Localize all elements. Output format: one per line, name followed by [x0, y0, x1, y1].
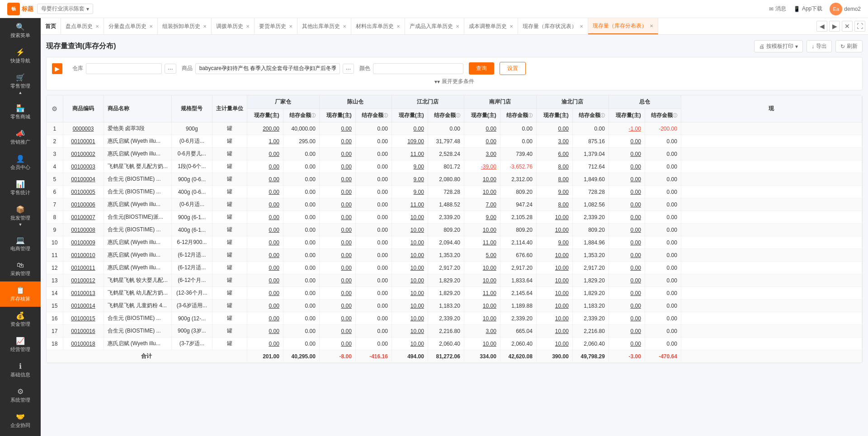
- cell-code[interactable]: 00100010: [63, 249, 104, 262]
- sidebar-item-inventory[interactable]: 📋 库存核算: [0, 281, 41, 307]
- cell-total-stock[interactable]: 0.00: [609, 312, 645, 325]
- cell-jb-stock[interactable]: 9.00: [392, 186, 428, 198]
- cell-na-stock[interactable]: 3.00: [464, 325, 500, 338]
- tab-transfer[interactable]: 调拨单历史 ✕: [212, 18, 255, 34]
- sidebar-item-finance[interactable]: 💰 资金管理: [0, 307, 41, 332]
- sidebar-item-quick[interactable]: ⚡ 快捷导航: [0, 43, 41, 69]
- cell-code[interactable]: 00100018: [63, 338, 104, 350]
- cell-total-stock[interactable]: 0.00: [609, 274, 645, 287]
- cell-jb-stock[interactable]: 10.00: [392, 211, 428, 224]
- cell-jb-stock[interactable]: 10.00: [392, 236, 428, 249]
- cell-code[interactable]: 00100003: [63, 160, 104, 173]
- expand-more-btn[interactable]: ▾▾ 展开更多条件: [434, 78, 474, 85]
- cell-na-stock[interactable]: 11.00: [464, 236, 500, 249]
- sidebar-item-ecommerce[interactable]: 💻 电商管理: [0, 231, 41, 257]
- cell-total-stock[interactable]: 0.00: [609, 186, 645, 198]
- export-btn[interactable]: ↓ 导出: [807, 40, 832, 52]
- cell-yb-stock[interactable]: 0.00: [536, 122, 572, 135]
- tab-inventory1[interactable]: 盘点单历史 ✕: [61, 18, 104, 34]
- cell-cs-stock[interactable]: 0.00: [319, 122, 355, 135]
- cell-na-stock[interactable]: 10.00: [464, 173, 500, 186]
- cell-na-stock[interactable]: 0.00: [464, 122, 500, 135]
- sidebar-item-stats[interactable]: 📊 零售统计: [0, 175, 41, 201]
- query-btn[interactable]: 查询: [469, 62, 494, 75]
- cell-cs-stock[interactable]: 0.00: [319, 135, 355, 148]
- cell-na-stock[interactable]: 0.00: [464, 135, 500, 148]
- cell-yb-stock[interactable]: 8.00: [536, 160, 572, 173]
- tab-stock-status[interactable]: 现存量（库存状况表）✕: [518, 18, 588, 34]
- cell-factory-stock[interactable]: 0.00: [247, 160, 283, 173]
- cell-cs-stock[interactable]: 0.00: [319, 312, 355, 325]
- cell-code[interactable]: 00100016: [63, 325, 104, 338]
- sidebar-item-system[interactable]: ⚙ 系统管理: [0, 383, 41, 408]
- cell-code[interactable]: 00100015: [63, 312, 104, 325]
- cell-yb-stock[interactable]: 9.00: [536, 186, 572, 198]
- cell-code[interactable]: 00100002: [63, 148, 104, 160]
- cell-cs-stock[interactable]: 0.00: [319, 262, 355, 274]
- cell-code[interactable]: 00100004: [63, 173, 104, 186]
- sidebar-item-wholesale[interactable]: 📦 批发管理 ▼: [0, 201, 41, 231]
- warehouse-input[interactable]: [86, 63, 162, 74]
- tab-cost[interactable]: 成本调整单历史 ✕: [464, 18, 518, 34]
- cell-total-stock[interactable]: 0.00: [609, 160, 645, 173]
- sidebar-item-retail[interactable]: 🛒 零售管理 ▲: [0, 69, 41, 99]
- sidebar-item-search[interactable]: 🔍 搜索英单: [0, 18, 41, 43]
- cell-na-stock[interactable]: 3.00: [464, 148, 500, 160]
- cell-na-stock[interactable]: 10.00: [464, 300, 500, 312]
- cell-yb-stock[interactable]: 10.00: [536, 249, 572, 262]
- cell-jb-stock[interactable]: 11.00: [392, 198, 428, 211]
- industry-selector[interactable]: 母婴行业演示陈套 ▾: [37, 4, 93, 14]
- user-area[interactable]: Ea demo2: [830, 3, 861, 15]
- cell-na-stock[interactable]: 10.00: [464, 338, 500, 350]
- sidebar-item-base[interactable]: ℹ 基础信息: [0, 357, 41, 383]
- close-icon[interactable]: ✕: [456, 24, 459, 29]
- cell-factory-stock[interactable]: 0.00: [247, 148, 283, 160]
- tab-product[interactable]: 产成品入库单历史 ✕: [405, 18, 464, 34]
- cell-yb-stock[interactable]: 10.00: [536, 274, 572, 287]
- cell-total-stock[interactable]: 0.00: [609, 338, 645, 350]
- app-download-btn[interactable]: 📱 App下载: [793, 5, 822, 13]
- cell-na-stock[interactable]: 7.00: [464, 198, 500, 211]
- close-icon[interactable]: ✕: [149, 24, 153, 29]
- cell-code[interactable]: 00100008: [63, 224, 104, 236]
- cell-code[interactable]: 00100011: [63, 262, 104, 274]
- cell-code[interactable]: 00100014: [63, 300, 104, 312]
- cell-jb-stock[interactable]: 10.00: [392, 224, 428, 236]
- cell-cs-stock[interactable]: 0.00: [319, 338, 355, 350]
- cell-factory-stock[interactable]: 0.00: [247, 224, 283, 236]
- cell-cs-stock[interactable]: 0.00: [319, 198, 355, 211]
- warehouse-ellipsis-btn[interactable]: ···: [165, 64, 176, 74]
- close-icon[interactable]: ✕: [343, 24, 346, 29]
- close-icon[interactable]: ✕: [203, 24, 207, 29]
- tab-fullscreen-btn[interactable]: ⛶: [854, 21, 865, 32]
- cell-na-stock[interactable]: 10.00: [464, 224, 500, 236]
- tab-prev-btn[interactable]: ◀: [816, 21, 827, 32]
- cell-factory-stock[interactable]: 0.00: [247, 274, 283, 287]
- cell-code[interactable]: 00100012: [63, 274, 104, 287]
- th-settings[interactable]: ⚙: [47, 95, 63, 122]
- cell-jb-stock[interactable]: 10.00: [392, 300, 428, 312]
- cell-yb-stock[interactable]: 9.00: [536, 236, 572, 249]
- print-btn[interactable]: 🖨 按模板打印 ▾: [754, 40, 803, 52]
- cell-cs-stock[interactable]: 0.00: [319, 274, 355, 287]
- cell-jb-stock[interactable]: 9.00: [392, 173, 428, 186]
- cell-cs-stock[interactable]: 0.00: [319, 224, 355, 236]
- tab-assemble[interactable]: 组装拆卸单历史 ✕: [158, 18, 212, 34]
- cell-yb-stock[interactable]: 3.00: [536, 135, 572, 148]
- cell-cs-stock[interactable]: 0.00: [319, 173, 355, 186]
- cell-total-stock[interactable]: 0.00: [609, 148, 645, 160]
- cell-cs-stock[interactable]: 0.00: [319, 160, 355, 173]
- cell-factory-stock[interactable]: 0.00: [247, 186, 283, 198]
- cell-factory-stock[interactable]: 0.00: [247, 211, 283, 224]
- cell-jb-stock[interactable]: 10.00: [392, 287, 428, 300]
- cell-jb-stock[interactable]: 10.00: [392, 325, 428, 338]
- cell-total-stock[interactable]: 0.00: [609, 173, 645, 186]
- cell-na-stock[interactable]: 10.00: [464, 312, 500, 325]
- cell-jb-stock[interactable]: 9.00: [392, 160, 428, 173]
- close-icon[interactable]: ✕: [509, 24, 513, 29]
- close-icon[interactable]: ✕: [246, 24, 250, 29]
- cell-total-stock[interactable]: 0.00: [609, 325, 645, 338]
- close-icon[interactable]: ✕: [650, 23, 653, 28]
- cell-jb-stock[interactable]: 10.00: [392, 262, 428, 274]
- color-input[interactable]: [373, 63, 463, 74]
